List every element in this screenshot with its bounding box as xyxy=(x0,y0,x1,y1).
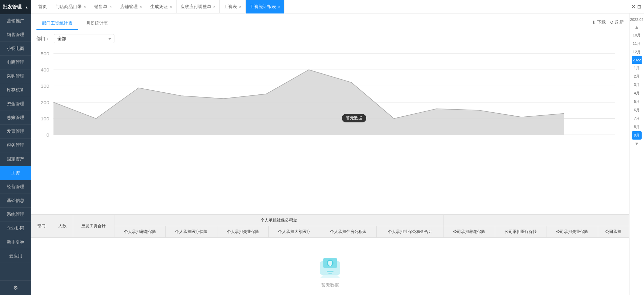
sidebar-item-发票管理[interactable]: 发票管理 xyxy=(0,125,31,139)
col-p-unemployment: 个人承担失业保险 xyxy=(217,226,269,238)
refresh-button[interactable]: ↺ 刷新 xyxy=(610,19,624,25)
sidebar: 批发管理 ▲ 营销推广销售管理小畅电商电商管理采购管理库存核算资金管理总账管理发… xyxy=(0,0,31,295)
month-item-5月[interactable]: 5月 xyxy=(632,97,641,106)
sidebar-item-云应用[interactable]: 云应用 xyxy=(0,249,31,263)
filter-label: 部门： xyxy=(36,36,50,42)
sidebar-header[interactable]: 批发管理 ▲ xyxy=(0,0,31,14)
empty-state: 暂无数据 xyxy=(31,238,629,295)
sidebar-item-基础信息[interactable]: 基础信息 xyxy=(0,194,31,208)
col-p-total: 个人承担社保公积金合计 xyxy=(377,226,444,238)
month-item-4月[interactable]: 4月 xyxy=(632,89,641,97)
sidebar-item-电商管理[interactable]: 电商管理 xyxy=(0,56,31,69)
tab-label: 生成凭证 xyxy=(150,4,168,10)
tab-工资表[interactable]: 工资表× xyxy=(220,0,245,13)
sidebar-item-总账管理[interactable]: 总账管理 xyxy=(0,111,31,125)
year-up-button[interactable]: ▲ xyxy=(633,23,641,31)
month-item-11月[interactable]: 11月 xyxy=(632,39,641,48)
month-item-3月[interactable]: 3月 xyxy=(632,81,641,89)
year-down-button[interactable]: ▼ xyxy=(633,140,641,148)
col-p-pension: 个人承担养老保险 xyxy=(114,226,166,238)
tab-close-icon[interactable]: × xyxy=(239,5,241,9)
col-total: 应发工资合计 xyxy=(73,215,114,238)
svg-text:500: 500 xyxy=(41,51,49,56)
svg-point-16 xyxy=(329,265,331,266)
month-item-12月[interactable]: 12月 xyxy=(632,48,641,56)
sidebar-item-资金管理[interactable]: 资金管理 xyxy=(0,97,31,111)
tab-生成凭证[interactable]: 生成凭证× xyxy=(146,0,176,13)
col-c-medical: 公司承担医疗保险 xyxy=(495,226,546,238)
empty-text: 暂无数据 xyxy=(321,282,339,288)
month-item-10月[interactable]: 10月 xyxy=(632,31,641,39)
sidebar-item-企业协同[interactable]: 企业协同 xyxy=(0,222,31,235)
department-filter[interactable]: 全部 销售部 财务部 行政部 xyxy=(54,34,114,43)
content-area: 部门工资统计表月份统计表 ⬇ 下载 ↺ 刷新 部门： 全部 销 xyxy=(31,13,644,295)
svg-marker-17 xyxy=(320,275,340,278)
current-year-label[interactable]: 2022.09 xyxy=(629,16,644,23)
svg-text:300: 300 xyxy=(41,84,49,89)
col-p-housing: 个人承担住房公积金 xyxy=(320,226,377,238)
tab-工资统计报表[interactable]: 工资统计报表× xyxy=(246,0,285,13)
sidebar-item-采购管理[interactable]: 采购管理 xyxy=(0,69,31,83)
tab-label: 工资统计报表 xyxy=(250,4,276,10)
download-button[interactable]: ⬇ 下载 xyxy=(592,19,606,25)
main-area: 首页门店商品目录×销售单×店铺管理×生成凭证×应收应付调整单×工资表×工资统计报… xyxy=(31,0,644,295)
empty-illustration xyxy=(317,251,344,278)
svg-rect-18 xyxy=(327,271,333,272)
tab-label: 销售单 xyxy=(94,4,107,10)
svg-text:0: 0 xyxy=(46,132,49,138)
tab-close-icon[interactable]: × xyxy=(278,5,280,9)
tab-bar: 首页门店商品目录×销售单×店铺管理×生成凭证×应收应付调整单×工资表×工资统计报… xyxy=(31,0,644,13)
sidebar-settings-button[interactable]: ⚙ xyxy=(0,280,31,295)
col-personal-group: 个人承担社保公积金 xyxy=(114,215,444,226)
sub-tab-部门工资统计表[interactable]: 部门工资统计表 xyxy=(36,18,78,30)
sub-tabs-bar: 部门工资统计表月份统计表 ⬇ 下载 ↺ 刷新 xyxy=(31,13,629,30)
sidebar-item-新手引导[interactable]: 新手引导 xyxy=(0,235,31,249)
sub-tab-月份统计表[interactable]: 月份统计表 xyxy=(81,18,113,30)
filter-bar: 部门： 全部 销售部 财务部 行政部 xyxy=(31,30,629,47)
month-item-2022[interactable]: 2022 xyxy=(632,56,641,64)
action-buttons: ⬇ 下载 ↺ 刷新 xyxy=(592,19,624,28)
tab-close-icon[interactable]: × xyxy=(170,5,172,9)
month-item-8月[interactable]: 8月 xyxy=(632,123,641,131)
tab-首页[interactable]: 首页 xyxy=(34,0,51,13)
month-item-9月[interactable]: 9月 xyxy=(632,131,641,140)
month-item-7月[interactable]: 7月 xyxy=(632,114,641,123)
svg-rect-19 xyxy=(328,273,332,274)
tab-label: 店铺管理 xyxy=(120,4,138,10)
tab-label: 门店商品目录 xyxy=(55,4,82,10)
col-c-other: 公司承担 xyxy=(598,226,629,238)
tab-close-icon[interactable]: × xyxy=(213,5,215,9)
sidebar-item-库存核算[interactable]: 库存核算 xyxy=(0,83,31,97)
col-c-pension: 公司承担养老保险 xyxy=(444,226,495,238)
tab-bar-close-button[interactable]: ✕ ⊡ xyxy=(631,3,641,10)
sidebar-item-小畅电商[interactable]: 小畅电商 xyxy=(0,42,31,56)
sidebar-item-固定资产[interactable]: 固定资产 xyxy=(0,152,31,166)
sidebar-collapse-icon: ▲ xyxy=(25,5,28,9)
tab-门店商品目录[interactable]: 门店商品目录× xyxy=(51,0,90,13)
tab-close-icon[interactable]: × xyxy=(140,5,142,9)
sidebar-item-营销推广[interactable]: 营销推广 xyxy=(0,14,31,28)
month-item-6月[interactable]: 6月 xyxy=(632,106,641,114)
tab-label: 应收应付调整单 xyxy=(181,4,211,10)
col-dept: 部门 xyxy=(31,215,52,238)
month-item-2月[interactable]: 2月 xyxy=(632,72,641,81)
sidebar-item-税务管理[interactable]: 税务管理 xyxy=(0,139,31,152)
tab-应收应付调整单[interactable]: 应收应付调整单× xyxy=(177,0,220,13)
restore-icon: ⊡ xyxy=(637,4,641,9)
col-c-unemployment: 公司承担失业保险 xyxy=(546,226,598,238)
right-panel: 2022.09 ▲ 10月11月12月20221月2月3月4月5月6月7月8月9… xyxy=(629,13,644,295)
gear-icon: ⚙ xyxy=(13,285,18,291)
tab-close-icon[interactable]: × xyxy=(84,5,86,9)
sidebar-item-工资[interactable]: 工资 xyxy=(0,166,31,180)
tab-销售单[interactable]: 销售单× xyxy=(90,0,116,13)
svg-text:400: 400 xyxy=(41,67,49,72)
sidebar-item-系统管理[interactable]: 系统管理 xyxy=(0,208,31,222)
month-item-1月[interactable]: 1月 xyxy=(632,64,641,72)
download-icon: ⬇ xyxy=(592,20,596,25)
tab-close-icon[interactable]: × xyxy=(109,5,111,9)
tab-店铺管理[interactable]: 店铺管理× xyxy=(116,0,146,13)
sidebar-item-销售管理[interactable]: 销售管理 xyxy=(0,28,31,42)
svg-text:100: 100 xyxy=(41,116,49,121)
sidebar-item-经营管理[interactable]: 经营管理 xyxy=(0,180,31,194)
col-count: 人数 xyxy=(52,215,73,238)
